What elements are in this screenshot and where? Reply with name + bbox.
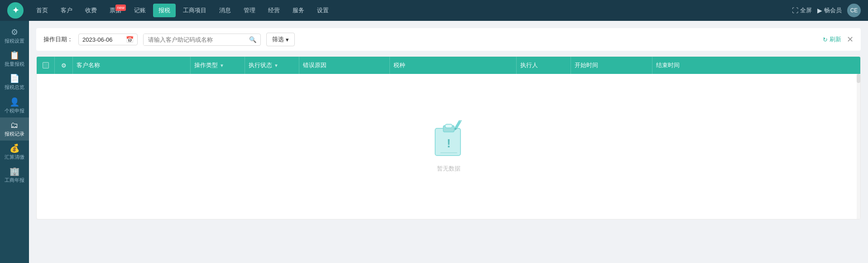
- chevron-down-icon: ▾: [286, 36, 289, 43]
- data-table: ⚙ 客户名称 操作类型 ▼ 执行状态 ▼ 错误原因 税种 执行人: [36, 56, 861, 219]
- th-checkbox[interactable]: [37, 57, 55, 74]
- sidebar-item-settlement[interactable]: 💰 汇算清缴: [0, 141, 29, 164]
- sidebar-label-annual-report: 工商年报: [5, 177, 24, 183]
- search-icon: 🔍: [249, 36, 257, 43]
- nav-item-customer[interactable]: 客户: [55, 4, 78, 17]
- th-tax-type: 税种: [390, 57, 517, 74]
- th-start-time: 开始时间: [571, 57, 652, 74]
- filter-button[interactable]: 筛选 ▾: [266, 33, 295, 46]
- th-start-time-label: 开始时间: [575, 61, 598, 69]
- empty-text: 暂无数据: [437, 165, 460, 173]
- top-navigation: ✦ 首页 客户 收费 票据 new 记账 报税 工商项目 消息 管理 经营 服务…: [0, 0, 868, 21]
- batch-tax-icon: 📋: [10, 51, 19, 59]
- th-executor: 执行人: [517, 57, 571, 74]
- nav-item-home[interactable]: 首页: [31, 4, 53, 17]
- svg-rect-2: [445, 124, 452, 128]
- date-input-wrapper: 📅: [78, 34, 138, 45]
- table-body: ! 暂无数据: [37, 74, 860, 219]
- date-filter-label: 操作日期：: [43, 35, 73, 44]
- top-right-actions: ⛶ 全屏 ▶ 畅会员 CE: [792, 4, 861, 17]
- nav-item-invoice[interactable]: 票据 new: [104, 4, 127, 17]
- th-error-reason: 错误原因: [299, 57, 390, 74]
- sidebar-label-tax-records: 报税记录: [5, 131, 24, 137]
- th-op-type[interactable]: 操作类型 ▼: [191, 57, 245, 74]
- sidebar-label-settlement: 汇算清缴: [5, 154, 24, 160]
- sidebar-item-batch-tax[interactable]: 📋 批量报税: [0, 48, 29, 71]
- sidebar-item-tax-summary[interactable]: 📄 报税总览: [0, 71, 29, 94]
- member-button[interactable]: ▶ 畅会员: [817, 6, 842, 15]
- scroll-thumb[interactable]: [857, 74, 860, 83]
- refresh-icon: ↻: [823, 36, 828, 43]
- main-content: 操作日期： 📅 🔍 筛选 ▾ ↻ 刷新 ✕ ⚙: [29, 21, 868, 263]
- sidebar-item-tax-records[interactable]: 🗂 报税记录: [0, 117, 29, 141]
- sort-icon-exec-status: ▼: [274, 63, 278, 68]
- sidebar: ⚙ 报税设置 📋 批量报税 📄 报税总览 👤 个税申报 🗂 报税记录 💰 汇算清…: [0, 21, 29, 263]
- personal-tax-icon: 👤: [10, 98, 19, 106]
- nav-item-service[interactable]: 服务: [287, 4, 310, 17]
- nav-menu: 首页 客户 收费 票据 new 记账 报税 工商项目 消息 管理 经营 服务 设…: [31, 4, 792, 17]
- nav-item-tax[interactable]: 报税: [153, 4, 176, 17]
- logo-icon: ✦: [12, 5, 19, 15]
- th-client-name: 客户名称: [73, 57, 191, 74]
- search-input[interactable]: [144, 34, 245, 45]
- search-button[interactable]: 🔍: [245, 34, 260, 45]
- refresh-label: 刷新: [830, 35, 841, 44]
- th-end-time: 结束时间: [652, 57, 720, 74]
- calendar-icon: 📅: [126, 36, 134, 43]
- app-logo[interactable]: ✦: [7, 2, 24, 19]
- sort-icon-op-type: ▼: [220, 63, 224, 68]
- sidebar-label-personal-tax: 个税申报: [5, 108, 24, 114]
- th-end-time-label: 结束时间: [656, 61, 680, 69]
- filter-label-text: 筛选: [272, 35, 284, 44]
- search-wrapper: 🔍: [143, 34, 261, 46]
- empty-illustration-svg: !: [431, 120, 467, 161]
- filter-bar: 操作日期： 📅 🔍 筛选 ▾ ↻ 刷新 ✕: [36, 28, 861, 51]
- nav-item-accounts[interactable]: 记账: [129, 4, 151, 17]
- nav-item-business[interactable]: 工商项目: [177, 4, 212, 17]
- nav-item-settings[interactable]: 设置: [312, 4, 334, 17]
- member-icon: ▶: [817, 7, 822, 14]
- nav-item-finance[interactable]: 经营: [263, 4, 285, 17]
- th-op-type-label: 操作类型: [194, 61, 218, 69]
- tax-records-icon: 🗂: [10, 121, 19, 129]
- nav-item-message[interactable]: 消息: [214, 4, 236, 17]
- fullscreen-button[interactable]: ⛶ 全屏: [792, 6, 812, 15]
- fullscreen-icon: ⛶: [792, 7, 798, 14]
- th-error-reason-label: 错误原因: [303, 61, 326, 69]
- th-exec-status[interactable]: 执行状态 ▼: [245, 57, 299, 74]
- new-badge: new: [115, 5, 126, 11]
- member-label: 畅会员: [824, 6, 842, 15]
- sidebar-label-batch-tax: 批量报税: [5, 61, 24, 67]
- sidebar-item-annual-report[interactable]: 🏢 工商年报: [0, 164, 29, 187]
- header-checkbox[interactable]: [43, 62, 49, 68]
- close-button[interactable]: ✕: [847, 35, 854, 44]
- th-client-name-label: 客户名称: [77, 61, 100, 69]
- sidebar-label-tax-summary: 报税总览: [5, 84, 24, 90]
- th-gear[interactable]: ⚙: [55, 57, 73, 74]
- th-tax-type-label: 税种: [393, 61, 405, 69]
- sidebar-item-tax-settings[interactable]: ⚙ 报税设置: [0, 24, 29, 48]
- tax-summary-icon: 📄: [10, 74, 19, 83]
- scroll-track[interactable]: [857, 74, 860, 219]
- settlement-icon: 💰: [10, 144, 19, 152]
- empty-state: ! 暂无数据: [431, 102, 467, 191]
- date-input[interactable]: [82, 36, 123, 43]
- svg-text:!: !: [446, 136, 451, 150]
- gear-icon: ⚙: [61, 62, 67, 69]
- avatar[interactable]: CE: [847, 4, 861, 17]
- nav-item-management[interactable]: 管理: [238, 4, 261, 17]
- sidebar-label-tax-settings: 报税设置: [5, 38, 24, 44]
- fullscreen-label: 全屏: [800, 6, 812, 15]
- annual-report-icon: 🏢: [10, 167, 19, 175]
- table-header: ⚙ 客户名称 操作类型 ▼ 执行状态 ▼ 错误原因 税种 执行人: [37, 57, 860, 74]
- nav-item-billing[interactable]: 收费: [80, 4, 102, 17]
- refresh-button[interactable]: ↻ 刷新: [823, 35, 841, 44]
- th-exec-status-label: 执行状态: [249, 61, 272, 69]
- tax-settings-icon: ⚙: [11, 28, 18, 36]
- th-executor-label: 执行人: [520, 61, 538, 69]
- sidebar-item-personal-tax[interactable]: 👤 个税申报: [0, 94, 29, 117]
